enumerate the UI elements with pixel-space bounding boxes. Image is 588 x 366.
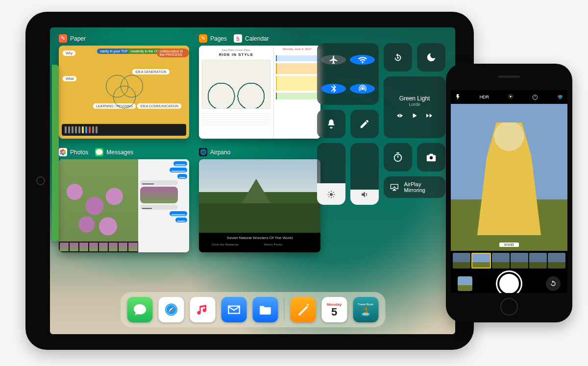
- filter-thumb-selected[interactable]: [471, 253, 491, 268]
- message-bubble[interactable]: ▂▂▂▂▂▂: [140, 180, 177, 185]
- do-not-disturb-toggle[interactable]: [417, 43, 445, 72]
- dock-app-safari[interactable]: [158, 297, 184, 322]
- previous-track-icon[interactable]: [396, 112, 404, 120]
- filter-thumb[interactable]: [453, 253, 470, 268]
- calendar-dayview: Monday, June 5, 2017: [273, 46, 320, 139]
- svg-line-16: [329, 196, 330, 197]
- pages-calendar-splitview: Easy Rides Custom Bikes RIDE IN STYLE Mo…: [199, 46, 320, 139]
- filter-strip[interactable]: [451, 251, 567, 270]
- svg-point-4: [62, 153, 64, 155]
- last-photo-thumbnail[interactable]: [458, 276, 472, 291]
- paper-toolbar[interactable]: [62, 124, 186, 136]
- airplay-icon: [390, 182, 399, 193]
- ipad-device: ✎ Paper Why What clarity in your TOPIC c…: [25, 12, 474, 350]
- svg-point-9: [330, 193, 333, 196]
- app-card-header: ✎ Paper: [59, 34, 189, 43]
- airplane-mode-toggle[interactable]: [321, 55, 346, 65]
- silent-mode-toggle[interactable]: [317, 110, 345, 138]
- next-track-icon[interactable]: [425, 112, 433, 120]
- airpano-view: Seven Natural Wonders Of The World Chris…: [199, 159, 320, 252]
- calendar-event[interactable]: [276, 55, 318, 61]
- camera-top-bar: HDR: [451, 90, 567, 104]
- timer-icon[interactable]: [532, 94, 539, 100]
- bluetooth-toggle[interactable]: [321, 84, 346, 94]
- camera-viewfinder[interactable]: VIVID: [451, 104, 567, 251]
- airdrop-toggle[interactable]: [350, 84, 375, 94]
- pages-doc-kicker: Easy Rides Custom Bikes: [202, 49, 270, 51]
- now-playing-title: Green Light: [399, 95, 430, 102]
- photos-app-icon: [59, 148, 67, 156]
- dock-app-music[interactable]: [190, 297, 215, 322]
- app-card-paper[interactable]: ✎ Paper Why What clarity in your TOPIC c…: [59, 34, 189, 139]
- filters-icon[interactable]: [557, 94, 564, 100]
- message-bubble[interactable]: ▂▂▂: [177, 174, 187, 179]
- camera-flip-button[interactable]: [546, 276, 561, 291]
- message-image[interactable]: [140, 187, 177, 203]
- airplay-mirroring-button[interactable]: AirPlay Mirroring: [384, 176, 445, 198]
- pages-app-icon: ✎: [199, 34, 207, 43]
- svg-point-0: [62, 151, 64, 153]
- brightness-icon: [317, 190, 345, 201]
- app-card-label: Pages: [210, 35, 227, 42]
- shutter-button[interactable]: [497, 272, 521, 293]
- iphone-home-button[interactable]: [500, 298, 518, 316]
- svg-line-14: [329, 192, 330, 193]
- svg-point-5: [60, 152, 62, 154]
- camera-quick-action[interactable]: [417, 143, 445, 171]
- pages-document: Easy Rides Custom Bikes RIDE IN STYLE: [199, 46, 273, 139]
- filter-thumb[interactable]: [492, 253, 510, 268]
- orientation-lock-toggle[interactable]: [384, 43, 412, 72]
- filter-thumb[interactable]: [529, 253, 547, 268]
- dock-app-travel-book[interactable]: Travel Book 🏝️: [353, 297, 378, 322]
- paper-canvas: Why What clarity in your TOPIC creativit…: [59, 46, 189, 139]
- now-playing-tile[interactable]: Green Light Lorde: [384, 76, 445, 138]
- dock-app-messages[interactable]: [127, 297, 152, 322]
- hdr-toggle[interactable]: HDR: [480, 95, 490, 99]
- app-card-label: Calendar: [245, 35, 269, 42]
- note-tag: IDEA COMMUNICATION: [137, 103, 181, 109]
- filter-label: VIVID: [499, 243, 519, 247]
- dock-app-pages[interactable]: [290, 297, 316, 322]
- app-card-photos-messages[interactable]: Photos Messages ▂▂▂▂▂ ▂▂▂▂▂▂▂: [59, 148, 189, 252]
- svg-point-18: [394, 154, 402, 162]
- svg-point-6: [60, 150, 62, 152]
- message-bubble[interactable]: ▂▂▂▂: [175, 218, 187, 222]
- brightness-slider[interactable]: [317, 143, 345, 205]
- svg-point-7: [361, 87, 364, 90]
- dock-app-files[interactable]: [252, 297, 278, 322]
- photos-filmstrip[interactable]: [59, 242, 138, 252]
- dock-app-calendar[interactable]: Monday 5: [321, 297, 347, 322]
- pages-doc-text: [202, 112, 270, 126]
- play-icon[interactable]: [411, 112, 418, 120]
- filter-thumb[interactable]: [511, 253, 528, 268]
- filter-thumb[interactable]: [548, 253, 565, 268]
- message-bubble[interactable]: ▂▂▂▂▂▂▂: [170, 211, 187, 216]
- message-bubble[interactable]: ▂▂▂▂▂: [173, 161, 187, 166]
- app-switcher: ✎ Paper Why What clarity in your TOPIC c…: [57, 34, 308, 287]
- note-tag: collaboration in the PROCESS: [157, 49, 189, 57]
- app-card-pages-calendar[interactable]: ✎ Pages 5 Calendar Easy Rides Custom Bik…: [199, 34, 320, 139]
- calendar-event[interactable]: [276, 63, 318, 74]
- viewfinder-subject: [477, 122, 541, 235]
- dock-app-mail[interactable]: [221, 297, 246, 322]
- calendar-event[interactable]: [276, 76, 318, 91]
- airpano-panorama[interactable]: [199, 159, 320, 233]
- pages-doc-title: RIDE IN STYLE: [202, 52, 270, 57]
- app-card-header: ✎ Pages 5 Calendar: [199, 34, 320, 43]
- app-card-edge[interactable]: [52, 65, 59, 241]
- ipad-home-button[interactable]: [36, 176, 45, 185]
- calendar-daynum: 5: [331, 307, 337, 317]
- flash-icon[interactable]: [455, 94, 462, 100]
- volume-slider[interactable]: [350, 143, 379, 205]
- timer-quick-action[interactable]: [384, 143, 412, 171]
- message-bubble[interactable]: ▂▂▂▂▂▂▂: [170, 168, 187, 172]
- wifi-toggle[interactable]: [350, 55, 375, 65]
- airpano-thumbs[interactable]: Christ the Redeemer Machu Picchu: [199, 243, 320, 246]
- airpano-thumb-label: Christ the Redeemer: [212, 243, 239, 246]
- messages-thread: ▂▂▂▂▂ ▂▂▂▂▂▂▂ ▂▂▂ ▂▂▂▂▂▂ ▂▂▂▂▂ ▂▂▂▂▂▂▂ ▂…: [138, 159, 189, 252]
- app-card-airpano[interactable]: 🌐 Airpano Seven Natural Wonders Of The W…: [199, 148, 320, 252]
- notes-quick-action[interactable]: [350, 110, 379, 138]
- message-bubble[interactable]: ▂▂▂▂▂: [140, 205, 177, 210]
- calendar-event[interactable]: [276, 93, 318, 99]
- live-photo-icon[interactable]: [507, 93, 514, 101]
